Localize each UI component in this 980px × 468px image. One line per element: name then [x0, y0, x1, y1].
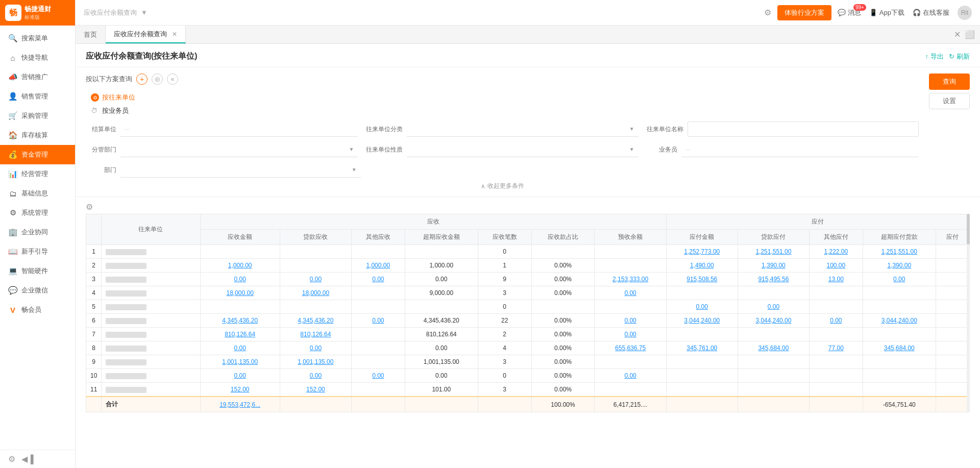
col-overdue-ar: 超期应收金额 [405, 230, 478, 245]
filter-collapse-button[interactable]: « [167, 73, 178, 85]
table-area: ⚙ 往来单位 应收 应付 应收金额 贷款应收 其他应收 [76, 197, 980, 412]
app-icon: 📱 [869, 9, 877, 16]
table-row: 21,000.001,000.001,000.0010.00%1,490.001… [86, 259, 970, 273]
scheme-item-partner[interactable]: ⚙ 按往来单位 [86, 91, 919, 104]
page-actions: ↑ 导出 ↻ 刷新 [925, 52, 970, 61]
sales-icon: 👤 [8, 92, 17, 101]
filter-field-partner-name: 往来单位名称 [647, 121, 919, 137]
topbar: 应收应付余额查询 ▼ ⚙ 体验行业方案 💬 消息 99+ 📱 App下载 🎧 在… [76, 0, 980, 26]
partner-nature-input[interactable]: ▼ [407, 142, 638, 157]
col-no [86, 214, 102, 245]
sidebar-item-system[interactable]: ⚙ 系统管理 [0, 203, 75, 223]
table-row: 64,345,436.204,345,436.200.004,345,436.2… [86, 314, 970, 328]
collapse-footer-icon[interactable]: ◀▐ [21, 454, 33, 464]
filter-add-button[interactable]: + [136, 73, 148, 85]
sidebar-label-hardware: 智能硬件 [21, 266, 48, 276]
tab-home[interactable]: 首页 [76, 26, 106, 43]
collapse-btn-row: ∧ 收起更多条件 [86, 178, 919, 190]
col-other-ar: 其他应收 [351, 230, 405, 245]
partner-nature-label: 往来单位性质 [366, 145, 403, 154]
table-row: 100.000.000.000.0000.00%0.00 [86, 369, 970, 383]
partner-name-label: 往来单位名称 [647, 125, 683, 134]
main-content: 应收应付余额查询(按往来单位) ↑ 导出 ↻ 刷新 按以下方案查询 [76, 44, 980, 468]
clock-icon: ⏱ [91, 107, 99, 115]
partner-name-input[interactable] [688, 121, 919, 137]
sidebar-item-hardware[interactable]: 💻 智能硬件 [0, 261, 75, 281]
logo-icon: 畅 [5, 5, 21, 21]
export-button[interactable]: ↑ 导出 [925, 52, 944, 61]
refresh-label: 刷新 [957, 52, 970, 61]
enterprise-icon: 🏢 [8, 228, 17, 237]
sidebar-item-wechat[interactable]: 💬 企业微信 [0, 281, 75, 300]
scheme-item-salesman[interactable]: ⏱ 按业务员 [86, 104, 919, 117]
sidebar-item-search[interactable]: 🔍 搜索菜单 [0, 29, 75, 48]
dept-input[interactable]: ▼ [120, 162, 361, 178]
total-overdue-ap: -654,751.40 [863, 397, 936, 412]
sidebar-item-inventory[interactable]: 🏠 库存核算 [0, 126, 75, 145]
sidebar-item-marketing[interactable]: 📣 营销推广 [0, 67, 75, 87]
tab-query[interactable]: 应收应付余额查询 ✕ [106, 26, 186, 43]
collapse-more-button[interactable]: ∧ 收起更多条件 [481, 182, 524, 190]
sidebar: 畅 畅捷通财 标准版 🔍 搜索菜单 ⌂ 快捷导航 📣 营销推广 👤 销售管理 🛒… [0, 0, 76, 468]
app-label: App下载 [879, 8, 904, 17]
settlement-input[interactable]: ··· [120, 121, 358, 137]
data-table: 往来单位 应收 应付 应收金额 贷款应收 其他应收 超期应收金额 应收笔数 应收… [86, 214, 970, 412]
service-label: 在线客服 [923, 8, 949, 17]
col-loan-ar: 贷款应收 [280, 230, 351, 245]
col-group-ap: 应付 [666, 214, 969, 230]
sidebar-label-member: 畅会员 [21, 305, 41, 314]
sidebar-nav: 🔍 搜索菜单 ⌂ 快捷导航 📣 营销推广 👤 销售管理 🛒 采购管理 🏠 库存核… [0, 26, 75, 450]
sidebar-item-quick[interactable]: ⌂ 快捷导航 [0, 48, 75, 67]
partner-category-input[interactable]: ▼ [407, 121, 638, 137]
message-icon: 💬 [838, 9, 846, 16]
home-icon: ⌂ [8, 53, 17, 62]
page-header: 应收应付余额查询(按往来单位) ↑ 导出 ↻ 刷新 [76, 44, 980, 67]
sidebar-item-operation[interactable]: 📊 经营管理 [0, 164, 75, 184]
sidebar-footer: ⚙ ◀▐ [0, 450, 75, 468]
avatar-text: Rit [961, 9, 969, 16]
page-title: 应收应付余额查询(按往来单位) [86, 51, 198, 62]
total-row: 合计 19,553,472,6... 100.00% 6,417,215.... [86, 397, 970, 412]
sidebar-item-basic[interactable]: 🗂 基础信息 [0, 184, 75, 203]
table-row: 101,252,773.001,251,551.001,222.001,251,… [86, 245, 970, 259]
filter-field-partner-nature: 往来单位性质 ▼ [366, 142, 638, 157]
service-icon: 🎧 [913, 9, 921, 16]
table-settings-icon[interactable]: ⚙ [86, 202, 93, 212]
gear-icon[interactable]: ⚙ [764, 8, 771, 17]
set-button[interactable]: 设置 [929, 93, 970, 109]
filter-fields: 结算单位 ··· 往来单位分类 ▼ [86, 121, 919, 178]
query-button[interactable]: 查询 [929, 73, 970, 90]
sidebar-item-sales[interactable]: 👤 销售管理 [0, 87, 75, 106]
table-row: 7810,126.64810,126.64810,126.6420.00%0.0… [86, 328, 970, 341]
partner-category-label: 往来单位分类 [366, 125, 403, 134]
filter-scheme-button[interactable]: ◎ [152, 73, 163, 85]
close-window-icon[interactable]: ✕ [954, 30, 961, 39]
refresh-button[interactable]: ↻ 刷新 [949, 52, 970, 61]
sidebar-label-marketing: 营销推广 [21, 72, 48, 82]
online-service-btn[interactable]: 🎧 在线客服 [913, 8, 949, 17]
avatar[interactable]: Rit [958, 6, 972, 20]
tab-close-icon[interactable]: ✕ [172, 31, 177, 38]
settings-footer-icon[interactable]: ⚙ [8, 454, 15, 464]
promo-button[interactable]: 体验行业方案 [777, 5, 831, 20]
sidebar-item-capital[interactable]: 💰 资金管理 [0, 145, 75, 164]
sidebar-item-member[interactable]: V 畅会员 [0, 300, 75, 319]
sidebar-item-enterprise[interactable]: 🏢 企业协同 [0, 223, 75, 242]
filter-label: 按以下方案查询 [86, 75, 132, 84]
app-download-btn[interactable]: 📱 App下载 [869, 8, 904, 17]
export-icon: ↑ [925, 53, 929, 60]
operation-icon: 📊 [8, 169, 17, 179]
purchase-icon: 🛒 [8, 111, 17, 120]
sidebar-label-capital: 资金管理 [21, 150, 48, 159]
scroll-thumb [967, 214, 970, 244]
maximize-icon[interactable]: ⬜ [965, 30, 975, 39]
scroll-track [967, 214, 970, 412]
message-btn[interactable]: 💬 消息 99+ [838, 8, 861, 17]
col-ap-extra: 应付 [936, 230, 969, 245]
sidebar-item-guide[interactable]: 📖 新手引导 [0, 242, 75, 261]
table-row: 91,001,135.001,001,135.001,001,135.0030.… [86, 355, 970, 369]
tabs-right: ✕ ⬜ [949, 26, 980, 43]
salesman-input[interactable]: ··· [681, 142, 919, 157]
dept-manage-input[interactable]: ▼ [120, 142, 358, 157]
sidebar-item-purchase[interactable]: 🛒 采购管理 [0, 106, 75, 126]
